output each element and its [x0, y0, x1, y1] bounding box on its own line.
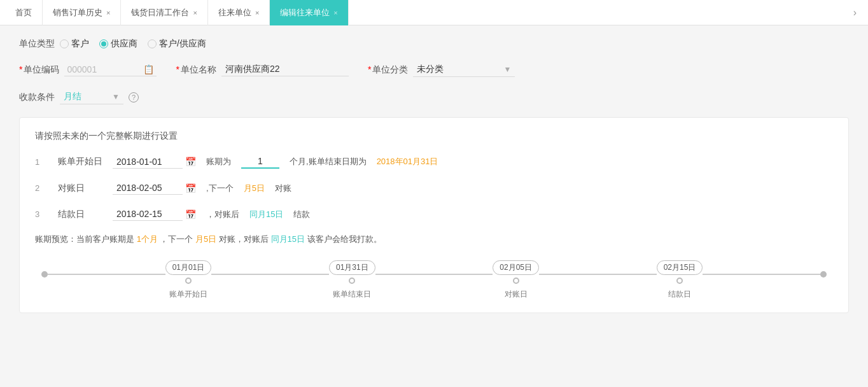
- payment-field: 收款条件 月结 ▼ ?: [19, 90, 139, 104]
- main-content: 单位类型 客户 供应商 客户/供应商 *单位编码: [0, 25, 868, 387]
- unit-code-field: *单位编码 📋: [19, 63, 157, 76]
- preview-p3: 同月15日: [271, 234, 305, 244]
- tab-close-sales-order[interactable]: ×: [106, 9, 110, 17]
- row-date-3: 📅: [113, 208, 196, 221]
- billing-row-2: 2 对账日 📅 ,下一个 月5日 对账: [35, 181, 833, 195]
- timeline-badge-1: 01月01日: [165, 260, 212, 275]
- radio-circle-supplier: [99, 39, 108, 48]
- billing-card: 请按照未来的一个完整帐期进行设置 1 账单开始日 📅 账期为 个月,账单结束日期…: [19, 117, 849, 313]
- tl-dot-3: [513, 278, 519, 284]
- period-label-before: 账期为: [206, 156, 231, 167]
- preview-p1: 1个月: [137, 234, 158, 244]
- unit-info-row: *单位编码 📋 *单位名称 *单位分类 未分类 ▼: [19, 62, 849, 77]
- start-date-input[interactable]: [113, 155, 183, 169]
- timeline-label-1: 账单开始日: [169, 289, 207, 300]
- timeline-label-3: 对账日: [505, 289, 528, 300]
- tabs-bar: 首页 销售订单历史 × 钱货日清工作台 × 往来单位 × 编辑往来单位 × ›: [0, 0, 868, 25]
- radio-supplier[interactable]: 供应商: [99, 38, 137, 50]
- payment-select[interactable]: 月结 ▼: [60, 90, 123, 104]
- unit-name-input[interactable]: [221, 63, 349, 76]
- radio-circle-both: [148, 39, 157, 48]
- unit-code-icon[interactable]: 📋: [143, 64, 154, 74]
- timeline-node-1: 01月01日 账单开始日: [165, 260, 212, 300]
- reconcile-desc-after: 对账: [275, 183, 291, 194]
- row-num-3: 3: [35, 209, 48, 219]
- unit-code-input[interactable]: [67, 64, 143, 74]
- row-num-2: 2: [35, 183, 48, 193]
- timeline-node-4: 02月15日 结款日: [657, 260, 703, 300]
- tab-close-cash-work[interactable]: ×: [193, 9, 197, 17]
- tab-more-button[interactable]: ›: [847, 7, 863, 18]
- row-type-2: 对账日: [58, 183, 102, 194]
- tl-dot-4: [676, 278, 683, 284]
- timeline-badge-3: 02月05日: [493, 260, 539, 275]
- required-star-classify: *: [368, 64, 371, 74]
- unit-classify-select[interactable]: 未分类 ▼: [413, 62, 515, 77]
- start-date-icon[interactable]: 📅: [185, 157, 196, 167]
- timeline-node-2: 01月31日 账单结束日: [329, 260, 375, 300]
- timeline-badge-2: 01月31日: [329, 260, 375, 275]
- unit-name-label: *单位名称: [176, 64, 216, 76]
- payment-date-icon[interactable]: 📅: [185, 209, 196, 220]
- preview-text: 账期预览：当前客户账期是 1个月 ，下一个 月5日 对账，对账后 同月15日 该…: [35, 234, 833, 245]
- tab-home[interactable]: 首页: [5, 0, 43, 25]
- unit-type-row: 单位类型 客户 供应商 客户/供应商: [19, 38, 849, 50]
- period-input[interactable]: [241, 155, 279, 169]
- timeline-line-3: [375, 274, 493, 275]
- timeline-start-dot: [41, 271, 48, 278]
- timeline-badge-4: 02月15日: [657, 260, 703, 275]
- payment-desc-before: ，对账后: [206, 209, 239, 220]
- tab-units[interactable]: 往来单位 ×: [208, 0, 270, 25]
- payment-row: 收款条件 月结 ▼ ?: [19, 90, 849, 104]
- reconcile-date-input[interactable]: [113, 181, 183, 195]
- row-type-3: 结款日: [58, 209, 102, 220]
- payment-desc-after: 结款: [293, 209, 310, 220]
- radio-customer[interactable]: 客户: [60, 38, 89, 50]
- payment-value: 月结: [64, 91, 108, 102]
- required-star-name: *: [176, 64, 179, 74]
- tab-sales-order[interactable]: 销售订单历史 ×: [43, 0, 121, 25]
- reconcile-desc-before: ,下一个: [206, 183, 234, 194]
- timeline-label-2: 账单结束日: [333, 289, 371, 300]
- timeline-node-3: 02月05日 对账日: [493, 260, 539, 300]
- payment-help-icon[interactable]: ?: [129, 92, 139, 102]
- row-num-1: 1: [35, 157, 48, 167]
- required-star-code: *: [19, 64, 22, 74]
- timeline-line-4: [539, 274, 657, 275]
- tab-cash-work[interactable]: 钱货日清工作台 ×: [121, 0, 207, 25]
- payment-highlight: 同月15日: [249, 209, 283, 220]
- row-date-2: 📅: [113, 181, 196, 195]
- tab-close-units[interactable]: ×: [255, 9, 259, 17]
- timeline-label-4: 结款日: [668, 289, 691, 300]
- tl-dot-1: [185, 278, 192, 284]
- radio-circle-customer: [60, 39, 69, 48]
- timeline-end-dot: [820, 271, 827, 278]
- preview-p2: 月5日: [195, 234, 216, 244]
- unit-type-field: 单位类型 客户 供应商 客户/供应商: [19, 38, 206, 50]
- payment-dropdown-icon: ▼: [112, 92, 120, 101]
- unit-code-input-wrapper: 📋: [64, 63, 157, 76]
- unit-classify-value: 未分类: [417, 64, 500, 75]
- classify-dropdown-icon: ▼: [503, 65, 511, 74]
- billing-row-3: 3 结款日 📅 ，对账后 同月15日 结款: [35, 208, 833, 221]
- reconcile-date-icon[interactable]: 📅: [185, 183, 196, 194]
- unit-classify-field: *单位分类 未分类 ▼: [368, 62, 515, 77]
- period-label-after: 个月,账单结束日期为: [290, 156, 367, 167]
- unit-name-field: *单位名称: [176, 63, 348, 76]
- payment-date-input[interactable]: [113, 208, 183, 221]
- unit-type-label: 单位类型: [19, 38, 55, 50]
- timeline: 01月01日 账单开始日 01月31日 账单结束日 02月05日 对账日: [35, 260, 833, 300]
- timeline-line-1: [48, 274, 165, 275]
- tab-close-edit-units[interactable]: ×: [333, 9, 337, 17]
- period-end-date: 2018年01月31日: [377, 156, 438, 167]
- unit-classify-label: *单位分类: [368, 64, 408, 76]
- row-type-1: 账单开始日: [58, 156, 102, 167]
- tl-dot-2: [349, 278, 355, 284]
- timeline-line-5: [703, 274, 820, 275]
- row-date-1: 📅: [113, 155, 196, 169]
- radio-both[interactable]: 客户/供应商: [148, 38, 206, 50]
- timeline-line-2: [211, 274, 329, 275]
- payment-label: 收款条件: [19, 92, 55, 103]
- unit-code-label: *单位编码: [19, 64, 59, 76]
- tab-edit-units[interactable]: 编辑往来单位 ×: [270, 0, 348, 25]
